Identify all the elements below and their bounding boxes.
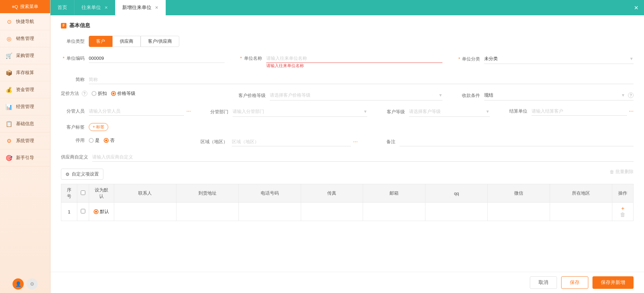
row-phone[interactable] bbox=[238, 203, 301, 221]
col-no: 序号 bbox=[61, 184, 77, 203]
sidebar-item-system[interactable]: ⚙ 系统管理 bbox=[0, 132, 50, 149]
unit-btn-supplier[interactable]: 供应商 bbox=[112, 36, 141, 47]
customer-level-select[interactable]: 请选择客户等级 ▼ bbox=[409, 107, 489, 117]
pricing-radio-group: 折扣 价格等级 bbox=[92, 90, 135, 97]
unit-btn-both[interactable]: 客户/供应商 bbox=[141, 36, 179, 47]
dept-select[interactable]: 请输入分管部门 ▼ bbox=[233, 107, 367, 117]
wechat-input[interactable] bbox=[491, 209, 546, 214]
col-checkbox[interactable] bbox=[77, 184, 89, 203]
tab-bar: 首页 往来单位 ✕ 新增往来单位 ✕ ✕ bbox=[50, 0, 644, 15]
select-all-checkbox[interactable] bbox=[81, 190, 85, 195]
supplier-custom-input[interactable] bbox=[92, 153, 634, 162]
unit-btn-customer[interactable]: 客户 bbox=[89, 36, 112, 47]
remark-input[interactable] bbox=[400, 137, 634, 146]
tab-partners-close[interactable]: ✕ bbox=[104, 5, 108, 10]
email-input[interactable] bbox=[367, 209, 422, 214]
pricing-option-discount[interactable]: 折扣 bbox=[92, 90, 107, 97]
col-action: 操作 bbox=[612, 184, 634, 203]
qq-input[interactable] bbox=[429, 209, 484, 214]
tab-partners[interactable]: 往来单位 ✕ bbox=[74, 0, 115, 15]
save-button[interactable]: 保存 bbox=[561, 276, 588, 289]
area-input[interactable] bbox=[232, 137, 351, 146]
section-header: F 基本信息 bbox=[61, 22, 634, 29]
fax-input[interactable] bbox=[305, 209, 360, 214]
sidebar-item-purchase[interactable]: 🛒 采购管理 bbox=[0, 47, 50, 64]
add-tag-button[interactable]: + 标签 bbox=[89, 123, 108, 131]
manager-more-btn[interactable]: ··· bbox=[186, 108, 191, 114]
sidebar-item-guide[interactable]: 🎯 新手引导 bbox=[0, 149, 50, 166]
payment-terms-select[interactable]: 现结 ▼ ? bbox=[484, 90, 634, 100]
row-area[interactable] bbox=[550, 203, 612, 221]
abbr-input[interactable] bbox=[89, 75, 634, 84]
sidebar-search-label: 搜索菜单 bbox=[20, 3, 38, 10]
settlement-field: 结算单位 ··· bbox=[504, 107, 634, 116]
settlement-more-btn[interactable]: ··· bbox=[629, 108, 634, 114]
cancel-button[interactable]: 取消 bbox=[530, 276, 557, 289]
disabled-label: 停用 bbox=[61, 137, 89, 144]
no-radio-dot bbox=[105, 139, 107, 141]
phone-input[interactable] bbox=[242, 209, 297, 214]
row-default: 默认 bbox=[89, 203, 114, 221]
manager-input[interactable] bbox=[89, 107, 184, 116]
address-input[interactable] bbox=[180, 209, 235, 214]
pricing-help-icon[interactable]: ? bbox=[82, 91, 87, 96]
area-more-btn[interactable]: ··· bbox=[353, 139, 358, 145]
row-fax[interactable] bbox=[301, 203, 363, 221]
discount-label: 折扣 bbox=[98, 90, 107, 97]
sidebar-search[interactable]: ≡Q 搜索菜单 bbox=[0, 0, 50, 13]
unit-name-label: * 单位名称 bbox=[238, 55, 266, 62]
customer-price-level-select[interactable]: 请选择客户价格等级 ▼ bbox=[270, 90, 443, 100]
disabled-no[interactable]: 否 bbox=[104, 137, 115, 144]
tab-new-partner-label: 新增往来单位 bbox=[122, 5, 151, 11]
settlement-input[interactable] bbox=[532, 107, 627, 116]
form-row-manager: 分管人员 ··· 分管部门 请输入分管部门 ▼ 客户等级 请选择客户等级 ▼ bbox=[61, 107, 634, 117]
custom-settings-button[interactable]: ⚙ 自定义项设置 bbox=[61, 169, 103, 180]
unit-category-value: 未分类 bbox=[484, 56, 628, 62]
contact-input[interactable] bbox=[118, 209, 173, 214]
chevron-down-icon: ▼ bbox=[621, 93, 625, 98]
manager-field: 分管人员 ··· bbox=[61, 107, 191, 116]
tab-new-partner[interactable]: 新增往来单位 ✕ bbox=[115, 0, 166, 15]
pricing-option-level[interactable]: 价格等级 bbox=[111, 90, 135, 97]
sidebar-item-sales[interactable]: ◎ 销售管理 bbox=[0, 30, 50, 47]
row-action: + 🗑 bbox=[612, 203, 634, 221]
sidebar-item-label: 资金管理 bbox=[16, 87, 34, 93]
delete-row-button[interactable]: 🗑 bbox=[619, 212, 627, 218]
main-area: 首页 往来单位 ✕ 新增往来单位 ✕ ✕ F 基本信息 单位类型 客户 供应商 … bbox=[50, 0, 644, 293]
row-qq[interactable] bbox=[425, 203, 488, 221]
abbr-label: 简称 bbox=[61, 76, 89, 83]
save-and-new-button[interactable]: 保存并新增 bbox=[592, 276, 634, 289]
area-select-input[interactable] bbox=[553, 209, 608, 214]
content-area: F 基本信息 单位类型 客户 供应商 客户/供应商 * 单位编码 bbox=[50, 15, 644, 272]
area-field: 区域（地区） ··· bbox=[201, 137, 358, 146]
row-email[interactable] bbox=[363, 203, 425, 221]
unit-code-input[interactable] bbox=[89, 54, 225, 63]
row-wechat[interactable] bbox=[488, 203, 550, 221]
row-address[interactable] bbox=[176, 203, 238, 221]
disabled-yes[interactable]: 是 bbox=[89, 137, 100, 144]
remark-label: 备注 bbox=[372, 139, 400, 145]
disabled-radio-group: 是 否 bbox=[89, 137, 115, 144]
unit-name-input[interactable] bbox=[266, 56, 443, 61]
unit-category-select[interactable]: 未分类 ▼ bbox=[484, 54, 634, 64]
payment-help-icon[interactable]: ? bbox=[628, 92, 634, 98]
row-select-checkbox[interactable] bbox=[81, 209, 85, 213]
sidebar-item-quick-nav[interactable]: ⊙ 快捷导航 bbox=[0, 13, 50, 30]
settings-icon[interactable]: ⚙ bbox=[26, 278, 38, 290]
sidebar-item-basic[interactable]: 📋 基础信息 bbox=[0, 115, 50, 132]
tab-home[interactable]: 首页 bbox=[50, 0, 74, 15]
no-label: 否 bbox=[110, 137, 115, 144]
row-checkbox[interactable] bbox=[77, 203, 89, 221]
batch-delete-button[interactable]: 🗑 批量删除 bbox=[610, 169, 634, 175]
row-contact[interactable] bbox=[114, 203, 176, 221]
sidebar-item-finance[interactable]: 💰 资金管理 bbox=[0, 81, 50, 98]
tab-new-partner-close[interactable]: ✕ bbox=[155, 5, 158, 10]
window-close-button[interactable]: ✕ bbox=[628, 5, 644, 11]
add-row-button[interactable]: + bbox=[620, 205, 625, 212]
sidebar-item-inventory[interactable]: 📦 库存核算 bbox=[0, 64, 50, 81]
sidebar-item-label: 采购管理 bbox=[16, 52, 34, 59]
sidebar-item-operation[interactable]: 📊 经营管理 bbox=[0, 98, 50, 115]
default-radio[interactable]: 默认 bbox=[93, 209, 110, 215]
user-avatar[interactable]: 👤 bbox=[13, 278, 24, 290]
unit-name-input-wrapper bbox=[266, 54, 443, 63]
